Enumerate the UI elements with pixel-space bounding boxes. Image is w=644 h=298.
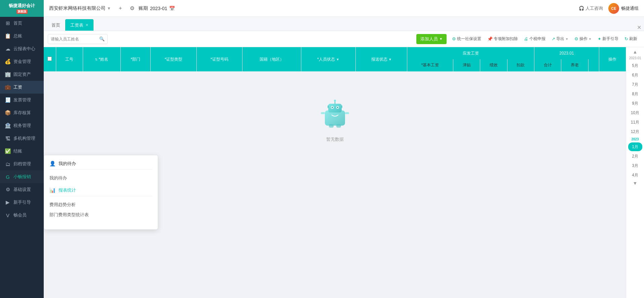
search-icon[interactable]: 🔍 — [99, 36, 105, 41]
operations-btn[interactable]: ⚙ 操作 ▼ — [572, 35, 594, 43]
timeline-month-1-active[interactable]: 1月 — [628, 142, 642, 151]
empty-state: 暂无数据 — [44, 72, 626, 169]
sidebar-label-tax-mgmt: 税务管理 — [13, 123, 31, 129]
svg-rect-0 — [325, 110, 345, 126]
support-icon: 🎧 — [579, 6, 584, 11]
sidebar-item-cloud-report[interactable]: ☁ 云报表中心 — [0, 42, 44, 55]
tab-salary-close[interactable]: ✕ — [85, 23, 88, 27]
sidebar-icon-inventory: 📦 — [5, 110, 11, 116]
sidebar-item-home[interactable]: ⊞ 首页 — [0, 17, 44, 30]
filter-person-status[interactable]: ▼ — [336, 58, 339, 61]
svg-rect-11 — [336, 124, 341, 128]
tabs-bar: 首页 工资表 ✕ ✕ — [44, 17, 644, 31]
support-button[interactable]: 🎧 人工咨询 — [579, 5, 603, 11]
close-all-tabs[interactable]: ✕ — [637, 24, 641, 31]
sidebar-item-invoice-mgmt[interactable]: 🧾 发票管理 — [0, 94, 44, 106]
sidebar-item-archive[interactable]: 🗂 归档管理 — [0, 158, 44, 170]
svg-point-5 — [337, 107, 338, 108]
sidebar-icon-home: ⊞ — [5, 20, 11, 26]
individual-tax-btn[interactable]: 🖨 个税申报 — [521, 35, 548, 43]
add-person-button[interactable]: 添加人员 ▼ — [416, 34, 447, 44]
sidebar-icon-multi-org: 🏗 — [5, 136, 11, 141]
special-deduct-btn[interactable]: 📌 专项附加扣除 — [485, 35, 521, 43]
operations-label: 操作 — [579, 36, 588, 42]
th-operation: 操作 — [599, 47, 626, 71]
sidebar-label-invoice-mgmt: 发票管理 — [13, 97, 31, 103]
sidebar-item-salary[interactable]: 💼 工资 — [0, 81, 44, 94]
sidebar-item-basic-settings[interactable]: ⚙ 基础设置 — [0, 183, 44, 196]
search-input[interactable] — [51, 37, 98, 41]
sidebar-item-fixed-assets[interactable]: 🏢 固定资产 — [0, 68, 44, 81]
timeline-month-11[interactable]: 11月 — [628, 118, 642, 127]
svg-rect-8 — [321, 112, 325, 114]
sidebar-icon-fixed-assets: 🏢 — [5, 71, 11, 77]
sidebar-item-new-guide[interactable]: ▶ 新手引导 — [0, 196, 44, 209]
timeline-month-10[interactable]: 10月 — [628, 108, 642, 117]
sidebar-item-member[interactable]: V 畅会员 — [0, 209, 44, 222]
period-selector: 账期 2023-01 📅 — [139, 5, 175, 11]
empty-icon — [318, 99, 352, 132]
popup-link-dept-expense[interactable]: 部门费用类型统计表 — [49, 210, 152, 220]
sidebar-label-multi-org: 多机构管理 — [13, 135, 35, 141]
sidebar-icon-fund-mgmt: 💰 — [5, 59, 11, 65]
timeline-month-4[interactable]: 4月 — [628, 171, 642, 179]
sidebar-icon-general-ledger: 📋 — [5, 33, 11, 39]
svg-rect-9 — [345, 112, 349, 114]
unified-social-btn[interactable]: ⚙ 统一社保设置 — [449, 35, 484, 43]
select-all-checkbox[interactable] — [47, 57, 52, 61]
sidebar-label-basic-settings: 基础设置 — [13, 187, 31, 193]
export-icon: ↗ — [552, 36, 555, 41]
popup-link-my-todo[interactable]: 我的待办 — [49, 173, 152, 183]
todo-icon: 👤 — [49, 161, 56, 167]
th-total: 合计 — [534, 59, 561, 71]
tab-home[interactable]: 首页 — [46, 19, 65, 31]
th-id-type: *证型类型 — [151, 47, 197, 71]
settings-icon[interactable]: ⚙ — [128, 4, 136, 13]
timeline-month-8[interactable]: 8月 — [628, 90, 642, 98]
sidebar-item-fund-mgmt[interactable]: 💰 资金管理 — [0, 55, 44, 68]
sidebar-item-multi-org[interactable]: 🏗 多机构管理 — [0, 132, 44, 145]
support-label: 人工咨询 — [585, 5, 603, 11]
add-icon[interactable]: ＋ — [116, 3, 124, 13]
username: 畅捷通组 — [621, 5, 639, 11]
user-profile[interactable]: CE 畅捷通组 — [608, 3, 639, 14]
timeline-month-7[interactable]: 7月 — [628, 80, 642, 89]
app-logo: 畅捷通好会计 旗舰版 — [0, 0, 44, 17]
export-btn[interactable]: ↗ 导出 ▼ — [549, 35, 571, 43]
th-id-number: *证型号码 — [196, 47, 242, 71]
export-label: 导出 — [556, 36, 564, 42]
timeline-month-5[interactable]: 5月 — [628, 61, 642, 70]
new-guide-btn[interactable]: ✦ 新手引导 — [595, 35, 621, 43]
timeline-up-nav[interactable]: ▲ — [630, 48, 640, 55]
timeline-month-2[interactable]: 2月 — [628, 152, 642, 161]
sidebar-item-inventory[interactable]: 📦 库存核算 — [0, 106, 44, 119]
popup-section-todo: 👤 我的待办 我的待办 — [49, 161, 152, 183]
timeline-down-nav[interactable]: ▼ — [630, 180, 640, 187]
timeline-month-9[interactable]: 9月 — [628, 99, 642, 108]
tab-salary-label: 工资表 — [70, 22, 83, 28]
sidebar-label-fund-mgmt: 资金管理 — [13, 59, 31, 65]
refresh-btn[interactable]: ↻ 刷新 — [622, 35, 640, 43]
timeline-month-3[interactable]: 3月 — [628, 161, 642, 170]
checkbox-header[interactable] — [44, 47, 56, 71]
sidebar-item-tax-mgmt[interactable]: 🏦 税务管理 — [0, 119, 44, 132]
sidebar-item-xiaochang-report[interactable]: G 小畅报销 — [0, 170, 44, 183]
filter-report-status[interactable]: ▼ — [388, 58, 392, 61]
topbar-icons: ＋ ⚙ — [116, 3, 136, 13]
timeline-month-6[interactable]: 6月 — [628, 71, 642, 79]
main-content: 西安虾米网络科技有限公司 ▼ ＋ ⚙ 账期 2023-01 📅 🎧 人工咨询 C… — [44, 0, 644, 298]
sidebar-item-settle[interactable]: ✅ 结账 — [0, 145, 44, 158]
svg-point-7 — [334, 100, 336, 102]
th-2023-01: 2023.01 — [534, 47, 599, 59]
logo-sub-text: 旗舰版 — [16, 9, 28, 14]
company-name: 西安虾米网络科技有限公司 — [49, 5, 106, 11]
th-deductions: 扣款 — [507, 59, 534, 71]
company-selector[interactable]: 西安虾米网络科技有限公司 ▼ — [49, 5, 111, 11]
timeline-month-12[interactable]: 12月 — [628, 127, 642, 136]
sidebar-item-general-ledger[interactable]: 📋 总账 — [0, 30, 44, 42]
popup-link-expense-trend[interactable]: 费用趋势分析 — [49, 200, 152, 210]
topbar: 西安虾米网络科技有限公司 ▼ ＋ ⚙ 账期 2023-01 📅 🎧 人工咨询 C… — [44, 0, 644, 17]
tab-salary[interactable]: 工资表 ✕ — [65, 19, 93, 31]
calendar-icon[interactable]: 📅 — [169, 6, 175, 11]
th-nationality: 国籍（地区） — [242, 47, 301, 71]
